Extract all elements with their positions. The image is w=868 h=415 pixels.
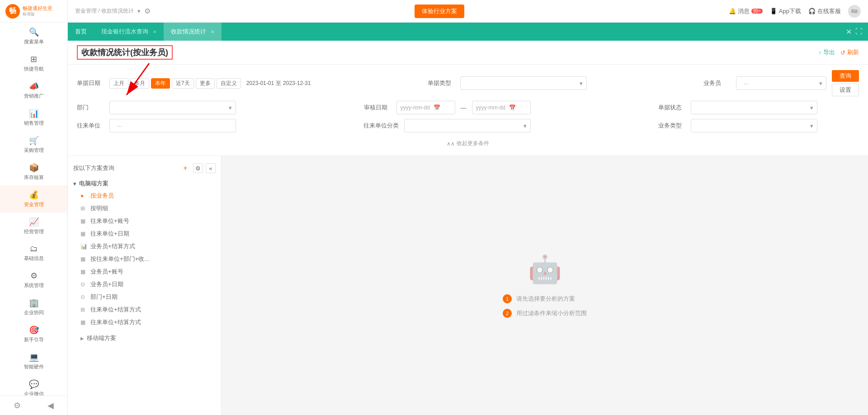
scheme-salesman-account[interactable]: ▦ 业务员+账号 <box>68 265 221 278</box>
breadcrumb: 资金管理 / 收款情况统计 <box>75 7 134 15</box>
sidebar-item-finance[interactable]: 💰 资金管理 <box>0 185 67 212</box>
notification-badge: 99+ <box>751 9 763 14</box>
receipt-tab-close[interactable]: ✕ <box>211 29 214 34</box>
scheme-partner-method1[interactable]: ⊞ 往来单位+结算方式 <box>68 303 221 316</box>
dept-arrow: ▾ <box>229 104 232 111</box>
purchase-icon: 🛒 <box>29 136 39 146</box>
dropdown-icon[interactable]: ▾ <box>137 8 141 14</box>
sidebar-item-wechat[interactable]: 💬 企业微信 <box>0 375 67 396</box>
notification-area[interactable]: 🔔 消息 99+ <box>729 7 763 15</box>
this-month-btn[interactable]: 本月 <box>130 78 149 89</box>
audit-date-start[interactable]: yyyy-mm-dd 📅 <box>396 101 455 114</box>
logo-text: 畅捷通好生意 标准版 <box>23 5 52 17</box>
sidebar-item-basic[interactable]: 🗂 基础信息 <box>0 240 67 266</box>
tab-home[interactable]: 首页 <box>68 23 94 41</box>
tab-bank[interactable]: 现金银行流水查询 ✕ <box>94 23 164 41</box>
dept-select[interactable]: ▾ <box>109 101 236 114</box>
operation-icon: 📈 <box>29 217 39 227</box>
scheme-partner-date[interactable]: ▦ 往来单位+日期 <box>68 227 221 240</box>
settings-scheme-button[interactable]: ⚙ <box>193 163 203 173</box>
custom-btn[interactable]: 自定义 <box>217 78 241 89</box>
scheme-partner-method2[interactable]: ▦ 往来单位+结算方式 <box>68 316 221 329</box>
partner-category-select[interactable]: ▾ <box>404 119 531 132</box>
salesman-select[interactable]: ··· ▾ <box>736 76 826 90</box>
filter-row-partner: 往来单位 ··· 往来单位分类 ▾ 业务类型 ▾ <box>77 119 859 132</box>
sidebar-item-marketing[interactable]: 📣 营销推广 <box>0 77 67 104</box>
sales-icon: 📊 <box>29 108 39 118</box>
scheme-salesman-method[interactable]: 📊 业务员+结算方式 <box>68 240 221 253</box>
settings-bottom-icon[interactable]: ⚙ <box>14 401 21 410</box>
mobile-expand-icon: ▶ <box>80 336 84 341</box>
user-avatar[interactable]: Rit <box>848 5 861 18</box>
doc-status-label: 单据状态 <box>658 104 685 112</box>
query-button[interactable]: 查询 <box>832 70 859 82</box>
last-month-btn[interactable]: 上月 <box>109 78 128 89</box>
partner-category-arrow: ▾ <box>524 123 527 129</box>
sidebar-item-guide[interactable]: 🎯 新手引导 <box>0 321 67 348</box>
add-scheme-button[interactable]: + <box>180 163 190 173</box>
content-area: 收款情况统计(按业务员) ↑ 导出 ↺ 刷新 单据日期 上月 本月 <box>68 41 868 415</box>
more-btn[interactable]: 更多 <box>196 78 215 89</box>
app-download-area[interactable]: 📱 App下载 <box>770 7 801 15</box>
doc-status-arrow: ▾ <box>810 104 813 111</box>
sidebar-item-operation[interactable]: 📈 经营管理 <box>0 212 67 240</box>
empty-robot-icon: 🤖 <box>528 253 562 285</box>
scheme-by-detail[interactable]: ⊞ 按明细 <box>68 202 221 215</box>
bank-tab-close[interactable]: ✕ <box>153 29 156 34</box>
date-separator: — <box>461 104 467 111</box>
mobile-scheme-title[interactable]: ▶ 移动端方案 <box>68 332 221 344</box>
sidebar-item-hardware[interactable]: 💻 智能硬件 <box>0 348 67 375</box>
collapse-sidebar-icon[interactable]: ◀ <box>47 401 54 410</box>
phone-icon: 📱 <box>770 8 777 14</box>
sidebar-item-purchase[interactable]: 🛒 采购管理 <box>0 131 67 158</box>
partner-select[interactable]: ··· <box>109 119 236 132</box>
online-service-area[interactable]: 🎧 在线客服 <box>808 7 841 15</box>
salesman-date-icon: ⊙ <box>80 281 88 288</box>
hardware-icon: 💻 <box>29 352 39 362</box>
tab-expand-icon[interactable]: ⛶ <box>855 28 863 36</box>
collapse-bar[interactable]: ∧∧ 收起更多条件 <box>77 137 859 150</box>
tab-receipt[interactable]: 收款情况统计 ✕ <box>164 23 222 41</box>
partner-category-label: 往来单位分类 <box>363 122 399 130</box>
tab-close-icon[interactable]: ✕ <box>846 28 852 36</box>
sidebar-item-inventory[interactable]: 📦 库存核算 <box>0 158 67 185</box>
scheme-partner-dept[interactable]: ▦ 按往来单位+部门+收... <box>68 253 221 265</box>
right-panel: 🤖 1 请先选择要分析的方案 2 用过滤条件来缩小分析范围 <box>222 156 868 415</box>
refresh-button[interactable]: ↺ 刷新 <box>840 48 859 57</box>
collapse-panel-button[interactable]: « <box>206 163 216 173</box>
sidebar-item-search[interactable]: 🔍 搜索菜单 <box>0 23 67 50</box>
empty-step-2: 2 用过滤条件来缩小分析范围 <box>503 309 587 318</box>
sidebar-item-enterprise[interactable]: 🏢 企业协同 <box>0 293 67 321</box>
sidebar-item-system[interactable]: ⚙ 系统管理 <box>0 266 67 293</box>
sidebar-item-shortcut[interactable]: ⊞ 快捷导航 <box>0 50 67 77</box>
settings-icon[interactable]: ⚙ <box>144 7 151 15</box>
doc-type-select[interactable]: ▾ <box>460 76 587 90</box>
sidebar: 畅 畅捷通好生意 标准版 🔍 搜索菜单 ⊞ 快捷导航 📣 营销推广 📊 销售管理… <box>0 0 68 415</box>
sidebar-item-sales[interactable]: 📊 销售管理 <box>0 104 67 131</box>
scheme-partner-account[interactable]: ▦ 往来单位+账号 <box>68 215 221 227</box>
receipt-tab-label: 收款情况统计 <box>171 28 206 36</box>
export-button[interactable]: ↑ 导出 <box>819 48 835 57</box>
scheme-dept-date[interactable]: ⊙ 部门+日期 <box>68 291 221 303</box>
trial-button[interactable]: 体验行业方案 <box>415 5 464 18</box>
inventory-icon: 📦 <box>29 163 39 173</box>
biz-type-label: 业务类型 <box>658 122 685 130</box>
doc-status-select[interactable]: ▾ <box>691 101 817 114</box>
salesman-account-icon: ▦ <box>80 269 88 275</box>
scheme-salesman-date[interactable]: ⊙ 业务员+日期 <box>68 278 221 291</box>
wechat-icon: 💬 <box>29 379 39 389</box>
partner-date-icon: ▦ <box>80 231 88 237</box>
salesman-dots[interactable]: ··· <box>744 80 749 87</box>
desktop-scheme-title[interactable]: ▾ 电脑端方案 <box>68 178 221 189</box>
tree-expand-icon: ▾ <box>73 180 76 187</box>
this-year-btn[interactable]: 本年 <box>151 78 170 89</box>
partner-account-icon: ▦ <box>80 218 88 224</box>
last-7days-btn[interactable]: 近7天 <box>172 78 194 89</box>
partner-dots[interactable]: ··· <box>117 123 122 129</box>
biz-type-select[interactable]: ▾ <box>691 119 817 132</box>
settings-button[interactable]: 设置 <box>832 84 859 96</box>
tab-bar: 首页 现金银行流水查询 ✕ 收款情况统计 ✕ ✕ ⛶ <box>68 23 868 41</box>
scheme-by-salesman[interactable]: ● 按业务员 <box>68 189 221 202</box>
salesman-arrow: ▾ <box>819 80 822 87</box>
audit-date-end[interactable]: yyyy-mm-dd 📅 <box>472 101 531 114</box>
